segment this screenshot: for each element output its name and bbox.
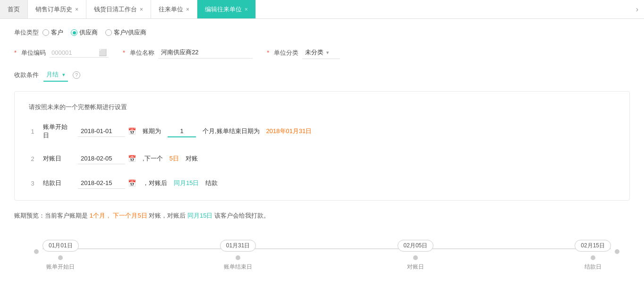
unit-code-field[interactable]: ⬜	[50, 48, 109, 58]
tab-partner-units-label: 往来单位	[159, 5, 183, 14]
preview-prefix: 账期预览：当前客户账期是	[14, 212, 88, 219]
tab-sales-history-close[interactable]: ×	[75, 6, 78, 13]
unit-name-label: 单位名称	[130, 49, 154, 57]
unit-code-required: *	[14, 49, 17, 56]
period-suffix-1a: 账期为	[143, 127, 161, 135]
tab-home[interactable]: 首页	[0, 0, 28, 18]
tab-cash-workbench[interactable]: 钱货日清工作台 ×	[86, 0, 151, 18]
unit-code-input[interactable]	[51, 49, 99, 56]
tab-expand-icon[interactable]: ›	[630, 0, 644, 18]
date-input-3[interactable]	[78, 177, 125, 189]
timeline-end-dot	[615, 249, 619, 254]
unit-category-value: 未分类	[305, 48, 323, 57]
preview-middle: 对账，对账后	[149, 212, 186, 219]
period-row-3: 3 结款日 📅 ，对账后 同月15日 结款	[29, 177, 615, 189]
period-suffix-3b: 结款	[205, 179, 218, 187]
help-icon[interactable]: ?	[73, 71, 80, 79]
period-pay-day: 同月15日	[174, 179, 199, 187]
timeline-dot-1	[58, 255, 63, 260]
radio-both[interactable]: 客户/供应商	[105, 28, 146, 37]
timeline-item-4: 02月15日 结款日	[575, 240, 611, 271]
period-num-2: 2	[29, 155, 36, 162]
tab-partner-units-close[interactable]: ×	[186, 6, 189, 13]
unit-category-group: * 单位分类 未分类 ▾	[267, 46, 340, 59]
calendar-icon-1[interactable]: 📅	[128, 127, 136, 135]
timeline-wrap: 01月01日 账单开始日 01月31日 账单结束日 02月05日 对账日 02月…	[14, 235, 630, 276]
period-card: 请按照未来的一个完整帐期进行设置 1 账单开始日 📅 账期为 个月,账单结束日期…	[14, 91, 630, 201]
date-input-2[interactable]	[78, 153, 125, 164]
period-num-1: 1	[29, 128, 36, 135]
unit-code-label: 单位编码	[21, 49, 46, 57]
radio-group: 客户 供应商 客户/供应商	[42, 28, 146, 37]
radio-customer-circle	[42, 29, 49, 36]
preview-suffix: 该客户会给我打款。	[214, 212, 270, 219]
timeline-label-3: 对账日	[407, 263, 424, 271]
date-wrap-3: 📅	[78, 177, 136, 189]
radio-supplier-label: 供应商	[79, 28, 98, 37]
period-months-input[interactable]	[168, 126, 196, 137]
period-suffix-3a: ，对账后	[143, 179, 167, 187]
period-label-3: 结款日	[43, 179, 71, 187]
timeline-item-3: 02月05日 对账日	[398, 240, 434, 271]
unit-type-label: 单位类型	[14, 28, 39, 37]
timeline-item-1: 01月01日 账单开始日	[42, 240, 79, 271]
main-content: 单位类型 客户 供应商 客户/供应商 * 单位编码	[0, 19, 644, 287]
radio-both-circle	[105, 29, 112, 36]
unit-category-dropdown[interactable]: 未分类 ▾	[302, 46, 340, 59]
period-num-3: 3	[29, 180, 36, 187]
period-suffix-1b: 个月,账单结束日期为	[203, 127, 260, 135]
radio-customer[interactable]: 客户	[42, 28, 63, 37]
unit-name-required: *	[123, 49, 125, 56]
date-input-1[interactable]	[78, 126, 125, 137]
tab-cash-workbench-close[interactable]: ×	[140, 6, 143, 13]
unit-name-input[interactable]	[158, 47, 253, 59]
period-row-2: 2 对账日 📅 ,下一个 5日 对账	[29, 153, 615, 164]
period-check-day: 5日	[169, 154, 179, 163]
timeline-label-2: 账单结束日	[224, 263, 252, 271]
tab-edit-partner[interactable]: 编辑往来单位 ×	[197, 0, 256, 18]
unit-type-group: 单位类型 客户 供应商 客户/供应商	[14, 28, 146, 37]
preview-part2: 下一个月5日	[113, 212, 147, 219]
tab-edit-partner-label: 编辑往来单位	[205, 5, 242, 14]
timeline-badge-4: 02月15日	[575, 240, 611, 252]
period-suffix-2b: 对账	[186, 154, 198, 163]
preview-part1: 1个月，	[90, 212, 111, 219]
date-wrap-1: 📅	[78, 126, 136, 137]
radio-customer-label: 客户	[51, 28, 63, 37]
calendar-icon-2[interactable]: 📅	[128, 155, 136, 162]
timeline-start-dot	[34, 249, 39, 254]
timeline-badge-1: 01月01日	[42, 240, 79, 252]
radio-supplier[interactable]: 供应商	[71, 28, 98, 37]
period-label-1: 账单开始日	[43, 123, 71, 140]
date-wrap-2: 📅	[78, 153, 136, 164]
radio-both-label: 客户/供应商	[114, 28, 146, 37]
unit-name-group: * 单位名称	[123, 47, 253, 59]
timeline-badge-2: 01月31日	[220, 240, 256, 252]
timeline-items: 01月01日 账单开始日 01月31日 账单结束日 02月05日 对账日 02月…	[42, 240, 611, 271]
collection-label: 收款条件	[14, 71, 39, 79]
collection-row: 收款条件 月结 ▾ ?	[14, 68, 630, 82]
tab-partner-units[interactable]: 往来单位 ×	[151, 0, 197, 18]
unit-code-group: * 单位编码 ⬜	[14, 48, 109, 58]
collection-select[interactable]: 月结 ▾	[43, 68, 68, 82]
preview-text: 账期预览：当前客户账期是 1个月， 下一个月5日 对账，对账后 同月15日 该客…	[14, 210, 630, 221]
copy-icon[interactable]: ⬜	[99, 49, 107, 56]
tab-sales-history[interactable]: 销售订单历史 ×	[28, 0, 86, 18]
timeline-dot-2	[236, 255, 240, 260]
period-row-1: 1 账单开始日 📅 账期为 个月,账单结束日期为 2018年01月31日	[29, 123, 615, 140]
calendar-icon-3[interactable]: 📅	[128, 179, 136, 187]
preview-part3: 同月15日	[187, 212, 212, 219]
unit-fields-row: * 单位编码 ⬜ * 单位名称 * 单位分类 未分类 ▾	[14, 46, 630, 59]
period-card-title: 请按照未来的一个完整帐期进行设置	[29, 103, 615, 111]
collection-value: 月结	[46, 70, 59, 79]
unit-category-label: 单位分类	[274, 49, 298, 57]
tab-sales-history-label: 销售订单历史	[35, 5, 72, 14]
timeline-item-2: 01月31日 账单结束日	[220, 240, 256, 271]
tab-edit-partner-close[interactable]: ×	[245, 6, 248, 13]
unit-type-row: 单位类型 客户 供应商 客户/供应商	[14, 28, 630, 37]
timeline-dot-3	[413, 255, 418, 260]
tab-cash-workbench-label: 钱货日清工作台	[94, 5, 137, 14]
tab-bar: 首页 销售订单历史 × 钱货日清工作台 × 往来单位 × 编辑往来单位 × ›	[0, 0, 644, 19]
unit-category-required: *	[267, 49, 269, 56]
unit-category-caret-icon: ▾	[326, 50, 329, 56]
